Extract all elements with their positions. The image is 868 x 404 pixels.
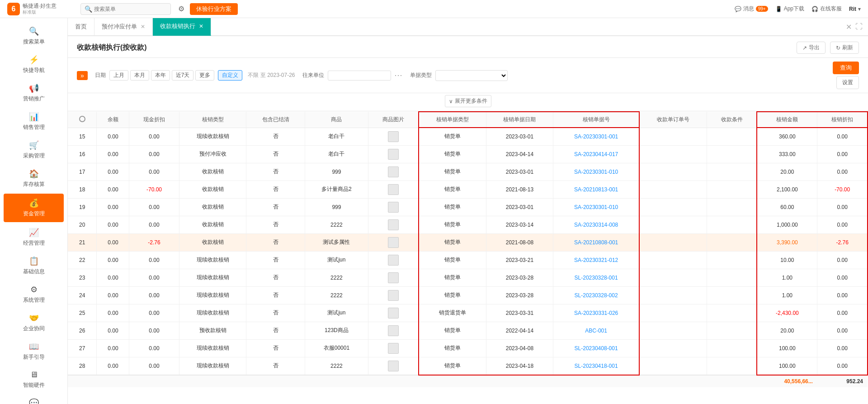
cell-goods: 2222 (305, 216, 368, 233)
partner-label: 往来单位 (302, 71, 324, 79)
tab-close-1[interactable]: ✕ (141, 24, 145, 30)
cell-voucher_no: SA-20210813-001 (553, 181, 639, 198)
cell-voucher_date: 2023-04-08 (486, 339, 553, 357)
sidebar-item-6[interactable]: 💰资金管理 (4, 194, 64, 222)
sidebar-item-9[interactable]: ⚙系统管理 (0, 280, 67, 309)
table-row: 240.000.00现续收款核销否2222销货单2023-03-28SL-202… (68, 286, 868, 304)
voucher-no-link[interactable]: SA-20230321-012 (574, 257, 618, 263)
cell-settings: 22 (68, 251, 97, 269)
date-btn-2[interactable]: 本年 (151, 70, 170, 81)
voucher-no-link[interactable]: SA-20210808-001 (574, 239, 618, 246)
close-window-icon[interactable]: ✕ (846, 23, 852, 31)
messages-action[interactable]: 💬 消息 99+ (735, 5, 768, 13)
query-btn[interactable]: 查询 (833, 62, 859, 74)
cell-writeoff_amount: 100.00 (757, 357, 817, 375)
cell-receipt_condition (707, 216, 757, 233)
date-btn-1[interactable]: 本月 (130, 70, 149, 81)
industry-btn[interactable]: 休验行业方案 (190, 3, 238, 15)
cell-writeoff_type: 收款核销 (179, 163, 246, 181)
table-row: 280.000.00现续收款核销否2222销货单2023-04-18SL-202… (68, 357, 868, 375)
cell-writeoff_type: 收款核销 (179, 198, 246, 216)
date-btn-0[interactable]: 上月 (109, 70, 128, 81)
cell-settings: 27 (68, 339, 97, 357)
sidebar-item-12[interactable]: 🖥智能硬件 (0, 366, 67, 394)
cell-writeoff_amount: 100.00 (757, 339, 817, 357)
date-btn-4[interactable]: 更多 (195, 70, 214, 81)
export-btn[interactable]: ↗ 导出 (797, 42, 826, 54)
order-type-select[interactable] (435, 70, 508, 81)
voucher-no-link[interactable]: SL-20230328-002 (575, 292, 618, 299)
sidebar-item-2[interactable]: 📢营销推广 (0, 79, 67, 107)
cell-settings: 25 (68, 304, 97, 322)
goods-image-icon (388, 237, 399, 248)
voucher-no-link[interactable]: SL-20230328-001 (575, 275, 618, 281)
refresh-btn[interactable]: ↻ 刷新 (830, 42, 859, 54)
sidebar-label-5: 库存核算 (23, 181, 45, 188)
table-row: 210.00-2.76收款核销否测试多属性销货单2021-08-08SA-202… (68, 233, 868, 251)
voucher-no-link[interactable]: SL-20230418-001 (575, 363, 618, 369)
cell-goods: 多计量商品2 (305, 181, 368, 198)
cell-writeoff_discount: 0.00 (817, 269, 868, 286)
refresh-icon: ↻ (836, 45, 840, 51)
cell-writeoff_amount: -2,430.00 (757, 304, 817, 322)
filter-partner-section: 往来单位 ··· (302, 71, 403, 81)
user-profile[interactable]: Rit ▾ (849, 6, 861, 12)
voucher-no-link[interactable]: SA-20230314-008 (574, 222, 618, 228)
sidebar-item-4[interactable]: 🛒采购管理 (0, 136, 67, 164)
cell-goods: 衣服00001 (305, 339, 368, 357)
voucher-no-link[interactable]: SA-20230414-017 (574, 151, 618, 157)
voucher-no-link[interactable]: ABC-001 (585, 328, 607, 334)
cell-writeoff_discount: 0.00 (817, 216, 868, 233)
cell-writeoff_amount: 333.00 (757, 145, 817, 163)
cell-goods_image (368, 322, 419, 339)
tab-1[interactable]: 预付冲应付单✕ (94, 18, 153, 36)
partner-input[interactable] (328, 71, 391, 81)
sidebar-item-10[interactable]: 🤝企业协同 (0, 309, 67, 337)
table-row: 220.000.00现续收款核销否测试jun销货单2023-03-21SA-20… (68, 251, 868, 269)
expand-more-btn[interactable]: ∨ 展开更多条件 (445, 95, 491, 107)
sidebar-item-1[interactable]: ⚡快捷导航 (0, 50, 67, 79)
tab-0[interactable]: 首页 (68, 18, 94, 36)
sidebar-item-7[interactable]: 📈经营管理 (0, 223, 67, 252)
cell-goods_image (368, 304, 419, 322)
cell-receipt_order_no (639, 233, 707, 251)
sidebar-item-11[interactable]: 📖新手引导 (0, 337, 67, 366)
filter-order-type-section: 单据类型 (410, 70, 508, 81)
sidebar-item-3[interactable]: 📊销售管理 (0, 107, 67, 136)
voucher-no-link[interactable]: SA-20230331-026 (574, 310, 618, 316)
sidebar-item-13[interactable]: 💬企业微信 (0, 394, 67, 404)
voucher-no-link[interactable]: SA-20230301-010 (574, 169, 618, 175)
cell-cash_discount: 0.00 (129, 128, 179, 145)
col-header-writeoff_discount: 核销折扣 (817, 112, 868, 128)
search-bar[interactable]: 🔍 (80, 3, 171, 15)
app-download-action[interactable]: 📱 App下载 (775, 5, 804, 13)
sidebar-item-5[interactable]: 🏠库存核算 (0, 164, 67, 193)
cell-goods: 测试jun (305, 251, 368, 269)
sidebar-item-8[interactable]: 📋基础信息 (0, 252, 67, 280)
tab-2[interactable]: 收款核销执行✕ (153, 18, 211, 36)
date-btn-3[interactable]: 近7天 (172, 70, 194, 81)
settings-icon[interactable]: ⚙ (178, 5, 184, 13)
cell-cash_discount: 0.00 (129, 269, 179, 286)
settings-btn[interactable]: 设置 (836, 76, 859, 89)
voucher-no-link[interactable]: SA-20210813-001 (574, 186, 618, 193)
cell-cash_discount: 0.00 (129, 357, 179, 375)
cell-goods: 999 (305, 198, 368, 216)
online-service-action[interactable]: 🎧 在线客服 (811, 5, 842, 13)
col-header-balance: 余额 (97, 112, 129, 128)
sidebar-item-0[interactable]: 🔍搜索菜单 (0, 22, 67, 50)
voucher-no-link[interactable]: SL-20230408-001 (575, 345, 618, 352)
tab-close-2[interactable]: ✕ (199, 23, 203, 29)
filter-collapse-btn[interactable]: » (77, 71, 88, 80)
maximize-icon[interactable]: ⛶ (855, 23, 863, 31)
cell-receipt_condition (707, 286, 757, 304)
voucher-no-link[interactable]: SA-20230301-001 (574, 133, 618, 140)
voucher-no-link[interactable]: SA-20230301-010 (574, 204, 618, 210)
cell-writeoff_type: 现续收款核销 (179, 269, 246, 286)
cell-cash_discount: -70.00 (129, 181, 179, 198)
cell-voucher_date: 2021-08-13 (486, 181, 553, 198)
tab-bar: 首页预付冲应付单✕收款核销执行✕✕⛶ (68, 18, 868, 36)
cell-goods_image (368, 163, 419, 181)
custom-date-btn[interactable]: 自定义 (218, 70, 242, 81)
search-input[interactable] (94, 6, 167, 12)
